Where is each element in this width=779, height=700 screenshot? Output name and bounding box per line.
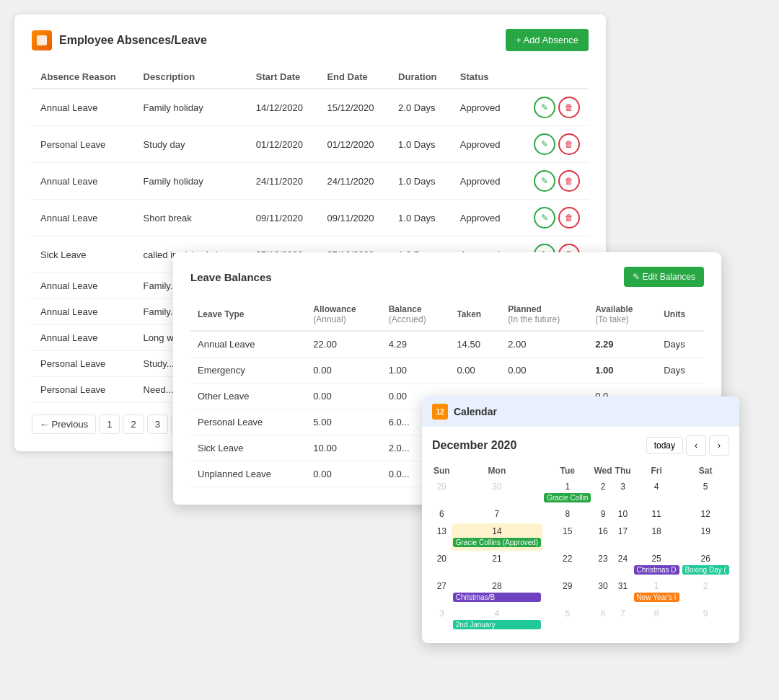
page-1-button[interactable]: 1 [99, 415, 120, 434]
calendar-icon: 12 [432, 404, 448, 420]
edit-button[interactable]: ✎ [534, 133, 555, 155]
cal-day-number: 29 [544, 581, 591, 591]
cal-day-number: 14 [453, 526, 542, 536]
calendar-title: Calendar [454, 406, 497, 417]
page-2-button[interactable]: 2 [123, 415, 144, 434]
delete-button[interactable]: 🗑 [558, 207, 580, 229]
cal-day-number: 1 [634, 581, 679, 591]
cal-day-cell: 3 [432, 606, 452, 633]
lb-cell-0: Other Leave [190, 384, 306, 409]
cell-2: 01/12/2020 [247, 126, 319, 163]
cal-day-number: 10 [615, 509, 631, 519]
lb-cell-5: 1.00 [588, 358, 656, 384]
cell-3: 09/11/2020 [318, 200, 390, 236]
cal-week-row: 2728Christmas/B2930311New Year's l2 [432, 578, 731, 606]
lb-col-units: Units [656, 298, 704, 331]
cell-4: 1.0 Days [390, 163, 452, 200]
app-icon [32, 30, 52, 50]
cal-day-cell: 19 [681, 523, 731, 551]
cal-event[interactable]: Gracie Collins (Approved) [453, 538, 542, 547]
delete-button[interactable]: 🗑 [558, 170, 580, 192]
table-row: Annual LeaveShort break09/11/202009/11/2… [32, 200, 589, 236]
lb-cell-1: 0.00 [306, 358, 381, 384]
cal-event[interactable]: 2nd January [453, 620, 542, 629]
cal-day-cell: 7 [614, 606, 633, 633]
lb-cell-1: 0.00 [306, 461, 381, 487]
cal-day-cell: 5 [681, 479, 731, 506]
cal-day-number: 9 [682, 608, 729, 619]
cal-day-number: 7 [615, 608, 631, 619]
cal-day-number: 7 [453, 509, 542, 519]
cal-day-number: 20 [433, 554, 450, 564]
table-row: Annual LeaveFamily holiday24/11/202024/1… [32, 163, 589, 200]
cal-day-header: Sat [681, 463, 731, 479]
cal-event[interactable]: Gracie Collin [544, 493, 591, 502]
cal-day-number: 21 [453, 554, 542, 564]
lb-cell-1: 5.00 [306, 409, 381, 435]
edit-button[interactable]: ✎ [534, 207, 555, 229]
cal-day-cell: 1New Year's l [633, 578, 681, 606]
lb-col-allowance: Allowance (Annual) [306, 298, 381, 331]
cal-day-cell: 2 [592, 479, 613, 506]
cell-0: Annual Leave [32, 89, 135, 126]
calendar-nav-buttons: today ‹ › [646, 435, 729, 456]
cal-day-cell: 20 [432, 551, 452, 578]
lb-cell-5: 2.29 [588, 331, 656, 358]
cal-event[interactable]: New Year's l [634, 593, 679, 602]
lb-cell-3: 0.00 [449, 358, 501, 384]
lb-cell-1: 22.00 [306, 331, 381, 358]
actions-cell: ✎ 🗑 [515, 89, 589, 126]
calendar-prev-button[interactable]: ‹ [686, 435, 706, 456]
cal-day-number: 13 [433, 526, 450, 536]
cal-event[interactable]: Boxing Day ( [682, 565, 729, 575]
col-end-date: End Date [318, 66, 390, 89]
cal-day-cell: 12 [681, 506, 731, 523]
cal-day-number: 16 [594, 526, 612, 536]
cal-day-cell: 5 [542, 606, 592, 633]
col-description: Description [135, 66, 247, 89]
cal-day-number: 24 [615, 554, 631, 564]
cal-day-header: Tue [542, 463, 592, 479]
edit-button[interactable]: ✎ [534, 97, 555, 118]
cal-day-cell: 4 [633, 479, 681, 506]
lb-title: Leave Balances [190, 271, 272, 283]
cal-day-number: 2 [594, 482, 612, 492]
col-status: Status [452, 66, 515, 89]
cal-day-number: 4 [634, 482, 679, 492]
cell-0: Annual Leave [32, 273, 135, 299]
cal-day-cell: 17 [614, 523, 633, 551]
cal-day-cell: 30 [592, 578, 613, 606]
lb-cell-2: 1.00 [382, 358, 450, 384]
actions-cell: ✎ 🗑 [515, 163, 589, 200]
cal-day-cell: 29 [542, 578, 592, 606]
cal-day-number: 26 [682, 554, 729, 564]
edit-button[interactable]: ✎ [534, 170, 555, 192]
cell-4: 2.0 Days [390, 89, 452, 126]
page-3-button[interactable]: 3 [147, 415, 168, 434]
calendar-next-button[interactable]: › [709, 435, 729, 456]
cal-day-number: 30 [594, 581, 612, 591]
cal-day-header: Wed [592, 463, 613, 479]
add-absence-button[interactable]: + Add Absence [506, 29, 589, 51]
cell-5: Approved [452, 163, 515, 200]
cal-day-cell: 9 [681, 606, 731, 633]
lb-col-available: Available (To take) [588, 298, 656, 331]
cell-0: Annual Leave [32, 200, 135, 236]
edit-balances-button[interactable]: ✎ Edit Balances [624, 267, 704, 287]
delete-button[interactable]: 🗑 [558, 97, 580, 118]
cal-day-number: 18 [634, 526, 679, 536]
prev-button[interactable]: ← Previous [32, 415, 96, 434]
actions-cell: ✎ 🗑 [515, 126, 589, 163]
lb-col-type: Leave Type [190, 298, 306, 331]
cal-event[interactable]: Christmas/B [453, 593, 542, 602]
cal-day-number: 11 [634, 509, 679, 519]
cal-event[interactable]: Christmas D [634, 565, 679, 575]
calendar-today-button[interactable]: today [646, 437, 683, 454]
cal-day-number: 31 [615, 581, 631, 591]
calendar-nav: December 2020 today ‹ › [432, 435, 729, 456]
cal-day-number: 8 [634, 608, 679, 619]
page-title: Employee Absences/Leave [59, 34, 207, 47]
col-start-date: Start Date [247, 66, 319, 89]
delete-button[interactable]: 🗑 [558, 133, 580, 155]
cell-0: Annual Leave [32, 299, 135, 325]
